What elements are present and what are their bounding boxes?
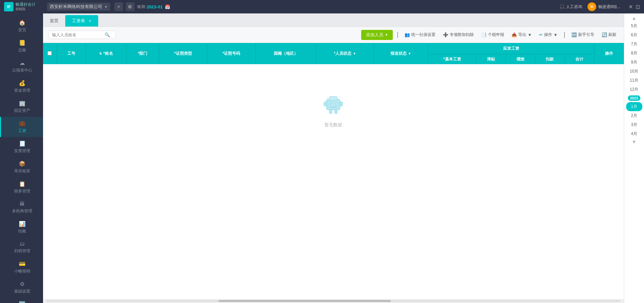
sidebar-item-salary[interactable]: 💼 工资 xyxy=(0,117,43,137)
cal-month-2022-08[interactable]: 8月 xyxy=(626,49,642,58)
sidebar-item-home[interactable]: 🏠 首页 xyxy=(0,16,43,36)
search-input-wrapper: 🔍 xyxy=(48,31,116,39)
sidebar-item-fund[interactable]: 💰 资金管理 xyxy=(0,77,43,97)
report-filter-icon[interactable]: ▼ xyxy=(408,52,411,55)
svg-rect-6 xyxy=(324,102,327,106)
customer-service-btn[interactable]: 🎧 人工咨询 xyxy=(560,4,582,10)
tab-salary-close[interactable]: ✕ xyxy=(88,19,91,23)
sidebar-item-inventory[interactable]: 📦 库存核算 xyxy=(0,157,43,177)
select-all-checkbox[interactable] xyxy=(47,51,52,55)
deduction-btn[interactable]: ➕ 专项附加扣除 xyxy=(441,31,476,39)
content-area: 首页 工资表 ✕ 🔍 添加人员 ▼ 👥 统一社保设置 xyxy=(43,13,624,303)
sidebar-label-archive: 归档管理 xyxy=(14,248,30,254)
table-wrapper: 工号 ⇅ *姓名 *部门 *证照类型 *证照号码 国籍（地区） *人员状态 xyxy=(43,43,624,299)
social-settings-btn[interactable]: 👥 统一社保设置 xyxy=(403,31,438,39)
logo-area: 好 畅通好会计 旗舰版 xyxy=(4,2,47,11)
sidebar-item-cloud[interactable]: ☁ 云报表中心 xyxy=(0,56,43,77)
sidebar-item-assets[interactable]: 🏢 固定资产 xyxy=(0,97,43,117)
sidebar-item-settings[interactable]: ⚙ 基础设置 xyxy=(0,277,43,298)
svg-rect-1 xyxy=(329,96,337,100)
user-info[interactable]: 畅 畅捷通B组... xyxy=(588,2,620,11)
app-logo-icon: 好 xyxy=(4,2,13,11)
cal-month-2022-07[interactable]: 7月 xyxy=(626,40,642,49)
export-label: 导出 xyxy=(518,32,526,38)
svg-rect-0 xyxy=(327,99,340,110)
sidebar-item-archive[interactable]: 🗂 归档管理 xyxy=(0,237,43,257)
cal-nav-down[interactable]: ▼ xyxy=(631,138,638,145)
multi-icon: 🏛 xyxy=(20,201,25,207)
cal-month-2023-04[interactable]: 4月 xyxy=(626,129,642,138)
add-company-btn[interactable]: ＋ xyxy=(114,2,123,11)
svg-point-5 xyxy=(335,103,337,104)
operate-label: 操作 xyxy=(544,32,552,38)
guide-btn[interactable]: 🆕 新手引导 xyxy=(569,31,596,39)
scroll-track[interactable] xyxy=(46,300,620,302)
sidebar-item-guide[interactable]: 🆕 新手引导 xyxy=(0,298,43,303)
cal-month-2022-09[interactable]: 9月 xyxy=(626,58,642,67)
sidebar-item-tax[interactable]: 📋 税务管理 xyxy=(0,177,43,198)
add-person-btn[interactable]: 添加人员 ▼ xyxy=(361,30,393,40)
deduction-icon: ➕ xyxy=(443,32,448,37)
toolbar-divider-2 xyxy=(564,32,565,38)
tax-icon: 📋 xyxy=(19,181,26,187)
cal-month-2023-01[interactable]: 1月 xyxy=(626,102,642,111)
main-layout: 🏠 首页 📒 总账 ☁ 云报表中心 💰 资金管理 🏢 固定资产 💼 工资 🧾 发… xyxy=(0,13,644,303)
sidebar-item-ledger[interactable]: 📒 总账 xyxy=(0,36,43,56)
empty-state: 暂无数据 xyxy=(43,64,624,155)
home-icon: 🏠 xyxy=(19,19,26,26)
deduction-label: 专项附加扣除 xyxy=(450,32,474,38)
sidebar-item-multi[interactable]: 🏛 多机构管理 xyxy=(0,198,43,217)
invoice-icon: 🧾 xyxy=(19,140,26,147)
header-center: 西安虾米网络科技有限公司 ▼ ＋ ⚙ 账期 2023-01 📅 xyxy=(47,2,560,11)
headset-icon: 🎧 xyxy=(560,4,565,9)
cal-month-2023-02[interactable]: 2月 xyxy=(626,111,642,120)
refresh-btn[interactable]: 🔄 刷新 xyxy=(600,31,618,39)
company-dropdown-icon: ▼ xyxy=(104,5,108,9)
th-empno: 工号 xyxy=(56,43,86,64)
status-filter-icon[interactable]: ▼ xyxy=(353,52,356,55)
th-dept: *部门 xyxy=(126,43,159,64)
tab-home[interactable]: 首页 xyxy=(43,15,65,27)
cal-month-2022-12[interactable]: 12月 xyxy=(626,85,642,94)
add-person-label: 添加人员 xyxy=(366,32,383,38)
svg-point-10 xyxy=(327,97,328,98)
company-name: 西安虾米网络科技有限公司 xyxy=(50,4,102,10)
fund-icon: 💰 xyxy=(19,80,26,86)
sidebar-label-salary: 工资 xyxy=(18,128,26,134)
operate-btn[interactable]: ✏ 操作 ▼ xyxy=(537,31,560,39)
period-calendar-icon[interactable]: 📅 xyxy=(165,4,170,9)
th-total: 合计 xyxy=(565,54,594,64)
search-input[interactable] xyxy=(52,33,103,37)
cal-month-2022-05[interactable]: 5月 xyxy=(626,21,642,31)
export-btn[interactable]: 📤 导出 ▼ xyxy=(509,31,534,39)
scroll-hint xyxy=(43,299,624,303)
sidebar-item-settle[interactable]: 📊 结账 xyxy=(0,217,43,237)
svg-rect-8 xyxy=(329,110,332,114)
sort-icon: ⇅ xyxy=(99,52,102,55)
sidebar-label-expense: 小畅报销 xyxy=(14,268,30,274)
sidebar-item-expense[interactable]: 💳 小畅报销 xyxy=(0,257,43,277)
window-close-btn[interactable]: ✕ xyxy=(629,4,633,10)
th-operation: 操作 xyxy=(594,43,624,64)
header-right: 🎧 人工咨询 畅 畅捷通B组... ✕ ⊡ xyxy=(560,2,640,11)
settings-btn[interactable]: ⚙ xyxy=(126,2,135,11)
svg-rect-7 xyxy=(340,102,343,106)
tab-salary[interactable]: 工资表 ✕ xyxy=(65,15,98,27)
salary-icon: 💼 xyxy=(19,120,26,127)
window-maximize-btn[interactable]: ⊡ xyxy=(636,4,640,10)
sidebar-item-invoice[interactable]: 🧾 发票管理 xyxy=(0,137,43,157)
settings-sidebar-icon: ⚙ xyxy=(20,281,25,287)
cal-month-2022-10[interactable]: 10月 xyxy=(626,67,642,76)
company-selector[interactable]: 西安虾米网络科技有限公司 ▼ xyxy=(47,3,110,11)
sidebar-label-settle: 结账 xyxy=(18,228,26,234)
tax-report-btn[interactable]: 📑 个税申报 xyxy=(479,31,506,39)
refresh-icon: 🔄 xyxy=(602,32,607,37)
customer-service-label: 人工咨询 xyxy=(566,4,582,10)
cal-month-2023-03[interactable]: 3月 xyxy=(626,120,642,129)
cal-nav-up[interactable]: ▲ xyxy=(631,15,638,21)
assets-icon: 🏢 xyxy=(19,100,26,106)
cal-month-2022-06[interactable]: 6月 xyxy=(626,31,642,40)
th-allowance: 津贴 xyxy=(476,54,506,64)
th-report-status: 报送状态 ▼ xyxy=(374,43,428,64)
cal-month-2022-11[interactable]: 11月 xyxy=(626,76,642,85)
